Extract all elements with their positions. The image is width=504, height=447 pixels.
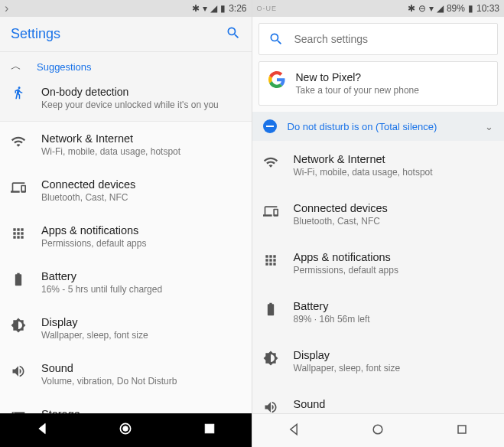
suggestions-label: Suggestions xyxy=(37,61,92,73)
volume-icon xyxy=(11,364,26,379)
suggestion-title: On-body detection xyxy=(41,86,219,98)
nav-recent-button[interactable] xyxy=(454,422,470,440)
battery-icon xyxy=(11,272,26,287)
svg-point-3 xyxy=(373,425,382,434)
dnd-banner[interactable]: Do not disturb is on (Total silence) ⌄ xyxy=(252,112,505,141)
search-icon xyxy=(268,31,284,47)
row-sub: Wallpaper, sleep, font size xyxy=(41,330,148,341)
row-sub: Permissions, default apps xyxy=(294,265,398,276)
nav-bar xyxy=(252,413,505,447)
battery-icon xyxy=(263,302,278,317)
search-settings[interactable]: Search settings xyxy=(259,23,499,55)
bluetooth-icon: ✱ xyxy=(192,3,200,14)
row-sub: Volume, vibration, Do Not Disturb xyxy=(41,376,177,387)
carrier-label: O-UE xyxy=(257,5,278,12)
nav-back-button[interactable] xyxy=(286,422,301,440)
row-title: Sound xyxy=(294,398,429,410)
dnd-icon xyxy=(263,119,277,133)
card-sub: Take a tour of your new phone xyxy=(296,85,419,96)
suggestions-header[interactable]: ︿ Suggestions xyxy=(0,52,252,81)
row-title: Battery xyxy=(41,270,162,282)
signal-icon: ◢ xyxy=(210,3,217,14)
devices-icon xyxy=(263,204,278,219)
volume-icon xyxy=(263,400,278,415)
svg-point-1 xyxy=(123,426,128,432)
svg-rect-2 xyxy=(205,424,214,433)
battery-icon: ▮ xyxy=(468,3,473,14)
status-bar: › ✱ ▾ ◢ ▮ 3:26 xyxy=(0,0,252,17)
settings-row-sound[interactable]: SoundVolume, vibration, Do Not Disturb xyxy=(0,351,252,397)
chevron-down-icon: ⌄ xyxy=(485,121,493,132)
settings-row-battery[interactable]: Battery16% - 5 hrs until fully charged xyxy=(0,259,252,305)
settings-row-connected[interactable]: Connected devicesBluetooth, Cast, NFC xyxy=(0,168,252,214)
battery-percent: 89% xyxy=(447,3,465,14)
row-sub: Wallpaper, sleep, font size xyxy=(294,363,401,374)
phone-new: O-UE ✱ ⊖ ▾ ◢ 89% ▮ 10:33 Search settings… xyxy=(252,0,505,447)
row-sub: 89% · 16h 56m left xyxy=(294,314,370,325)
settings-list: Network & InternetWi-Fi, mobile, data us… xyxy=(252,141,505,447)
row-title: Apps & notifications xyxy=(294,251,398,263)
google-logo-icon xyxy=(268,71,285,88)
nav-home-button[interactable] xyxy=(118,421,133,439)
row-title: Display xyxy=(41,316,148,328)
suggestion-sub: Keep your device unlocked while it's on … xyxy=(41,100,219,110)
wifi-icon xyxy=(263,155,278,170)
suggestion-item[interactable]: On-body detection Keep your device unloc… xyxy=(0,81,252,122)
status-bar: O-UE ✱ ⊖ ▾ ◢ 89% ▮ 10:33 xyxy=(252,0,505,17)
search-icon xyxy=(226,25,241,41)
clock: 10:33 xyxy=(476,3,499,14)
settings-list: Network & InternetWi-Fi, mobile, data us… xyxy=(0,122,252,447)
settings-row-apps[interactable]: Apps & notificationsPermissions, default… xyxy=(252,239,505,288)
settings-row-apps[interactable]: Apps & notificationsPermissions, default… xyxy=(0,214,252,259)
settings-row-network[interactable]: Network & InternetWi-Fi, mobile, data us… xyxy=(252,141,505,190)
signal-icon: ◢ xyxy=(437,3,444,14)
bluetooth-icon: ✱ xyxy=(408,3,415,14)
settings-row-network[interactable]: Network & InternetWi-Fi, mobile, data us… xyxy=(0,122,252,168)
row-title: Battery xyxy=(294,300,370,312)
row-sub: Wi-Fi, mobile, data usage, hotspot xyxy=(41,146,180,157)
apps-icon xyxy=(11,226,26,241)
card-title: New to Pixel? xyxy=(296,71,419,83)
row-title: Apps & notifications xyxy=(41,224,146,237)
devices-icon xyxy=(11,180,26,195)
brightness-icon xyxy=(11,318,26,333)
settings-row-battery[interactable]: Battery89% · 16h 56m left xyxy=(252,288,505,337)
dnd-status-icon: ⊖ xyxy=(418,3,426,14)
wifi-icon: ▾ xyxy=(203,3,207,14)
row-sub: Bluetooth, Cast, NFC xyxy=(294,216,388,227)
row-sub: Permissions, default apps xyxy=(41,238,146,249)
nav-back-button[interactable] xyxy=(34,421,50,439)
wifi-icon: ▾ xyxy=(429,3,434,14)
chevron-up-icon: ︿ xyxy=(11,60,21,73)
settings-row-display[interactable]: DisplayWallpaper, sleep, font size xyxy=(252,337,505,386)
battery-icon: ▮ xyxy=(220,3,226,14)
row-title: Network & Internet xyxy=(294,153,433,165)
svg-rect-4 xyxy=(458,426,466,433)
settings-row-connected[interactable]: Connected devicesBluetooth, Cast, NFC xyxy=(252,190,505,239)
brightness-icon xyxy=(263,351,278,366)
row-sub: Bluetooth, Cast, NFC xyxy=(41,192,135,203)
page-title: Settings xyxy=(11,26,226,42)
settings-row-display[interactable]: DisplayWallpaper, sleep, font size xyxy=(0,305,252,351)
phone-old: › ✱ ▾ ◢ ▮ 3:26 Settings ︿ Suggestions On… xyxy=(0,0,252,447)
row-title: Network & Internet xyxy=(41,132,180,145)
row-title: Sound xyxy=(41,362,177,374)
row-title: Connected devices xyxy=(41,178,135,191)
wifi-icon xyxy=(11,134,26,149)
nav-bar xyxy=(0,413,252,447)
row-title: Display xyxy=(294,349,401,361)
nav-home-button[interactable] xyxy=(370,422,385,440)
row-title: Connected devices xyxy=(294,202,388,214)
app-header: Settings xyxy=(0,17,252,52)
row-sub: Wi-Fi, mobile, data usage, hotspot xyxy=(294,167,433,178)
apps-icon xyxy=(263,253,278,268)
search-placeholder: Search settings xyxy=(294,33,369,45)
search-button[interactable] xyxy=(226,25,241,44)
clock: 3:26 xyxy=(229,3,246,14)
row-sub: 16% - 5 hrs until fully charged xyxy=(41,284,162,295)
walking-person-icon xyxy=(11,86,26,110)
pixel-welcome-card[interactable]: New to Pixel? Take a tour of your new ph… xyxy=(259,61,499,106)
dnd-text: Do not disturb is on (Total silence) xyxy=(288,121,437,132)
nav-recent-button[interactable] xyxy=(202,421,217,439)
notification-chevron-icon: › xyxy=(5,2,8,15)
